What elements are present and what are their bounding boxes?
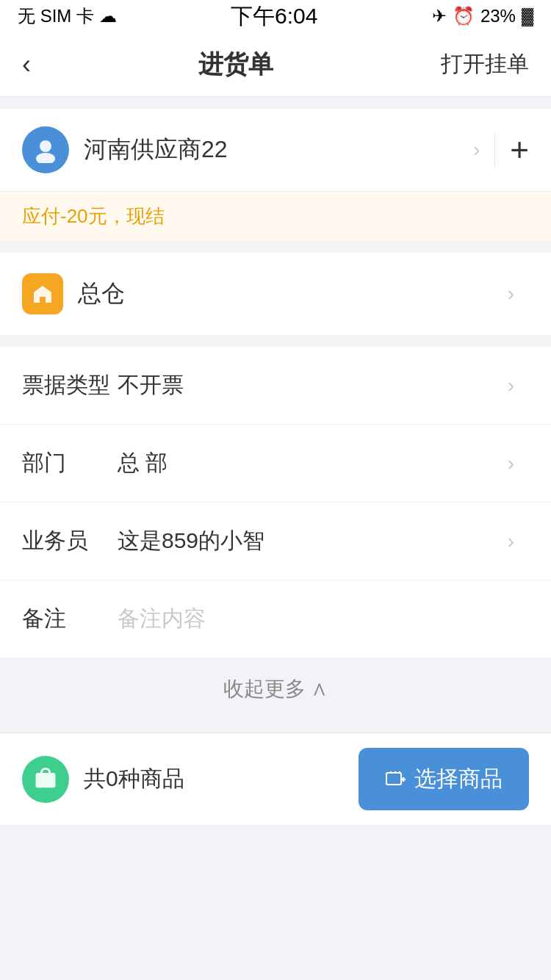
svg-point-0: [40, 140, 51, 152]
status-right: ✈ ⏰ 23% ▓: [432, 6, 533, 26]
status-left: 无 SIM 卡 ☁: [18, 4, 117, 28]
svg-point-5: [49, 788, 53, 791]
select-product-icon: [385, 769, 406, 790]
separator-4: [0, 721, 551, 732]
staff-label: 业务员: [22, 526, 118, 556]
nav-bar: ‹ 进货单 打开挂单: [0, 32, 551, 97]
svg-rect-2: [40, 297, 46, 303]
dept-chevron-icon: ›: [508, 452, 514, 475]
supplier-row[interactable]: 河南供应商22 › +: [0, 109, 551, 192]
product-icon: [22, 756, 69, 803]
location-icon: ✈: [432, 6, 447, 26]
separator-2: [0, 241, 551, 253]
supplier-name: 河南供应商22: [84, 134, 473, 166]
content-bottom: [0, 825, 551, 980]
warehouse-svg: [31, 282, 54, 306]
status-time: 下午6:04: [231, 1, 317, 32]
dept-value: 总 部: [118, 448, 508, 478]
svg-rect-3: [36, 773, 56, 788]
svg-rect-6: [386, 773, 401, 785]
staff-value: 这是859的小智: [118, 526, 508, 556]
supplier-card: 河南供应商22 › + 应付-20元，现结: [0, 109, 551, 241]
add-supplier-button[interactable]: +: [494, 131, 529, 168]
supplier-chevron-icon: ›: [473, 138, 480, 162]
battery-text: 23%: [480, 6, 516, 26]
select-product-button[interactable]: 选择商品: [359, 748, 529, 810]
svg-point-1: [36, 153, 55, 163]
warehouse-name: 总仓: [78, 278, 508, 310]
alarm-icon: ⏰: [453, 6, 475, 26]
bottom-bar: 共0种商品 选择商品: [0, 732, 551, 825]
remark-row[interactable]: 备注 备注内容: [0, 580, 551, 657]
open-pending-button[interactable]: 打开挂单: [441, 49, 529, 79]
staff-chevron-icon: ›: [508, 530, 514, 553]
staff-row[interactable]: 业务员 这是859的小智 ›: [0, 502, 551, 580]
svg-point-4: [40, 788, 44, 791]
separator-1: [0, 97, 551, 109]
avatar-icon: [32, 137, 59, 163]
select-product-label: 选择商品: [414, 764, 503, 794]
warehouse-chevron-icon: ›: [508, 282, 514, 306]
dept-row[interactable]: 部门 总 部 ›: [0, 424, 551, 502]
invoice-chevron-icon: ›: [508, 374, 514, 397]
warehouse-icon: [22, 273, 63, 314]
warehouse-row[interactable]: 总仓 ›: [0, 253, 551, 335]
product-count: 共0种商品: [84, 764, 344, 794]
back-button[interactable]: ‹: [22, 49, 31, 80]
warehouse-card: 总仓 ›: [0, 253, 551, 335]
remark-label: 备注: [22, 604, 118, 634]
status-bar: 无 SIM 卡 ☁ 下午6:04 ✈ ⏰ 23% ▓: [0, 0, 551, 32]
form-card: 票据类型 不开票 › 部门 总 部 › 业务员 这是859的小智 › 备注 备注…: [0, 347, 551, 657]
cart-icon: [32, 766, 59, 793]
supplier-avatar: [22, 126, 69, 173]
invoice-label: 票据类型: [22, 370, 118, 400]
remark-input[interactable]: 备注内容: [118, 604, 529, 634]
invoice-value: 不开票: [118, 370, 508, 400]
page-title: 进货单: [198, 48, 273, 82]
dept-label: 部门: [22, 448, 118, 478]
battery-icon: ▓: [522, 7, 533, 26]
separator-3: [0, 335, 551, 347]
invoice-row[interactable]: 票据类型 不开票 ›: [0, 347, 551, 424]
signal-text: 无 SIM 卡 ☁: [18, 4, 117, 28]
supplier-alert: 应付-20元，现结: [0, 192, 551, 241]
collapse-button[interactable]: 收起更多 ∧: [0, 657, 551, 721]
